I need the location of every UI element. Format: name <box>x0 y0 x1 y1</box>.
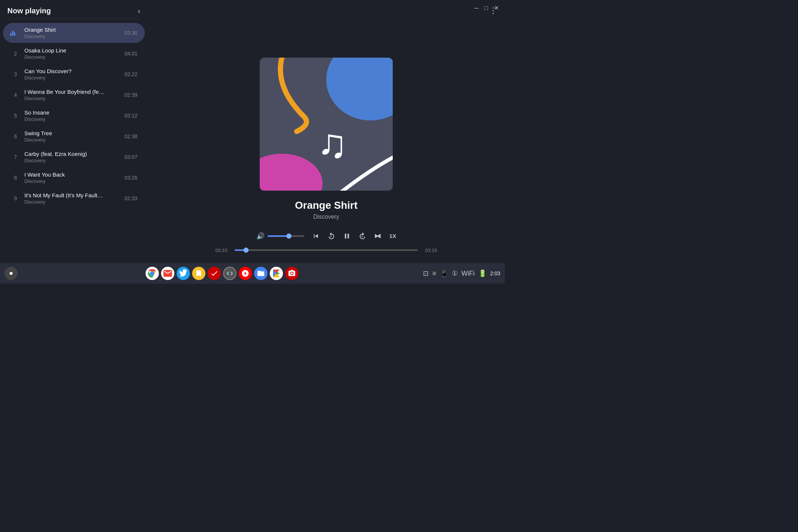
track-number: 9 <box>10 195 21 201</box>
progress-slider[interactable] <box>235 249 418 251</box>
track-album: Discovery <box>24 199 125 205</box>
chrome-icon[interactable] <box>146 267 159 280</box>
track-item[interactable]: 3 Can You Discover? Discovery 02:22 <box>3 64 145 84</box>
track-album: Discovery <box>24 34 125 39</box>
track-duration: 04:01 <box>125 51 137 57</box>
play-store-icon[interactable] <box>270 267 283 280</box>
track-list: Orange Shirt Discovery 03:30 2 Osaka Loo… <box>0 22 148 284</box>
minimize-button[interactable]: ─ <box>474 5 478 11</box>
launcher-button[interactable] <box>4 267 18 280</box>
track-info: Orange Shirt Discovery <box>24 27 125 39</box>
maximize-button[interactable]: □ <box>484 5 488 11</box>
taskbar-center <box>21 267 423 280</box>
track-number: 7 <box>10 154 21 160</box>
track-number: 6 <box>10 133 21 139</box>
controls-row: 🔊 10 10 <box>215 232 437 240</box>
svg-text:10: 10 <box>361 235 363 237</box>
panel-title: Now playing <box>7 7 51 15</box>
track-name: Swing Tree <box>24 130 106 136</box>
track-item[interactable]: 5 So Insane Discovery 03:12 <box>3 106 145 126</box>
speed-button[interactable]: 1X <box>389 233 396 239</box>
youtube-music-icon[interactable] <box>239 267 252 280</box>
track-number: 5 <box>10 113 21 119</box>
track-name: Can You Discover? <box>24 68 106 74</box>
track-album: Discovery <box>24 158 125 163</box>
track-info: I Want You Back Discovery <box>24 171 125 184</box>
code-icon[interactable] <box>223 267 236 280</box>
current-time: 00:10 <box>215 248 230 253</box>
track-number: 2 <box>10 51 21 57</box>
song-artist: Discovery <box>313 214 339 220</box>
track-album: Discovery <box>24 137 125 143</box>
svg-point-6 <box>150 271 154 276</box>
progress-row: 00:10 03:19 <box>215 248 437 253</box>
track-duration: 02:39 <box>125 92 137 98</box>
track-name: Osaka Loop Line <box>24 47 106 54</box>
track-album: Discovery <box>24 96 125 101</box>
next-button[interactable] <box>374 232 382 240</box>
volume-icon: 🔊 <box>256 232 265 240</box>
track-item[interactable]: 4 I Wanna Be Your Boyfriend (fe… Discove… <box>3 85 145 105</box>
track-duration: 03:30 <box>125 30 137 36</box>
volume-slider[interactable] <box>267 235 304 237</box>
tasks-icon[interactable] <box>208 267 221 280</box>
twitter-icon[interactable] <box>177 267 190 280</box>
playlist-icon[interactable]: ≡ <box>432 270 436 277</box>
track-item[interactable]: 7 Carby (feat. Ezra Koenig) Discovery 03… <box>3 147 145 167</box>
wifi-icon[interactable]: WiFi <box>461 270 475 277</box>
track-number: 4 <box>10 92 21 98</box>
track-album: Discovery <box>24 116 125 122</box>
gmail-icon[interactable] <box>161 267 174 280</box>
track-item[interactable]: 6 Swing Tree Discovery 02:38 <box>3 126 145 146</box>
previous-button[interactable] <box>312 232 320 240</box>
forward-button[interactable]: 10 <box>358 232 366 240</box>
files-icon[interactable] <box>254 267 267 280</box>
track-album: Discovery <box>24 75 125 81</box>
left-panel: Now playing ‹ Orange Shirt Discovery 03:… <box>0 0 148 284</box>
track-name: So Insane <box>24 109 106 116</box>
notification-icon[interactable]: ① <box>452 269 458 277</box>
taskbar-left <box>4 267 21 280</box>
track-duration: 03:26 <box>125 175 137 181</box>
phone-icon[interactable]: 📱 <box>440 269 448 277</box>
launcher-dot <box>10 272 13 275</box>
back-button[interactable]: ‹ <box>138 7 140 15</box>
track-name: It's Not My Fault (It's My Fault… <box>24 192 106 198</box>
track-duration: 02:22 <box>125 71 137 77</box>
track-item[interactable]: Orange Shirt Discovery 03:30 <box>3 23 145 43</box>
track-info: I Wanna Be Your Boyfriend (fe… Discovery <box>24 89 125 101</box>
track-number: 3 <box>10 71 21 77</box>
panel-header: Now playing ‹ <box>0 0 148 19</box>
track-item[interactable]: 8 I Want You Back Discovery 03:26 <box>3 168 145 188</box>
title-bar: ─ □ ✕ <box>468 0 505 16</box>
track-album: Discovery <box>24 178 125 184</box>
track-name: I Want You Back <box>24 171 106 178</box>
svg-text:♫: ♫ <box>317 120 348 166</box>
screenshot-icon[interactable]: ⊡ <box>423 269 429 277</box>
track-item[interactable]: 2 Osaka Loop Line Discovery 04:01 <box>3 44 145 64</box>
track-info: Osaka Loop Line Discovery <box>24 47 125 60</box>
clock: 2:03 <box>490 270 500 276</box>
track-info: Can You Discover? Discovery <box>24 68 125 81</box>
track-name: I Wanna Be Your Boyfriend (fe… <box>24 89 106 95</box>
track-info: So Insane Discovery <box>24 109 125 122</box>
total-time: 03:19 <box>422 248 437 253</box>
volume-control: 🔊 <box>256 232 304 240</box>
taskbar-right: ⊡ ≡ 📱 ① WiFi 🔋 2:03 <box>423 269 500 277</box>
battery-icon: 🔋 <box>478 269 487 277</box>
pause-button[interactable] <box>343 232 351 240</box>
rewind-button[interactable]: 10 <box>327 232 335 240</box>
track-info: It's Not My Fault (It's My Fault… Discov… <box>24 192 125 205</box>
track-duration: 02:38 <box>125 133 137 139</box>
track-duration: 03:07 <box>125 154 137 160</box>
track-duration: 02:33 <box>125 195 137 201</box>
close-button[interactable]: ✕ <box>494 4 499 11</box>
track-item[interactable]: 9 It's Not My Fault (It's My Fault… Disc… <box>3 188 145 208</box>
svg-text:10: 10 <box>330 235 332 237</box>
camera-icon[interactable] <box>285 267 299 280</box>
track-number: 8 <box>10 175 21 181</box>
album-art: ♫ <box>260 58 393 191</box>
track-album: Discovery <box>24 54 125 60</box>
notes-icon[interactable] <box>192 267 205 280</box>
divider <box>7 19 140 19</box>
